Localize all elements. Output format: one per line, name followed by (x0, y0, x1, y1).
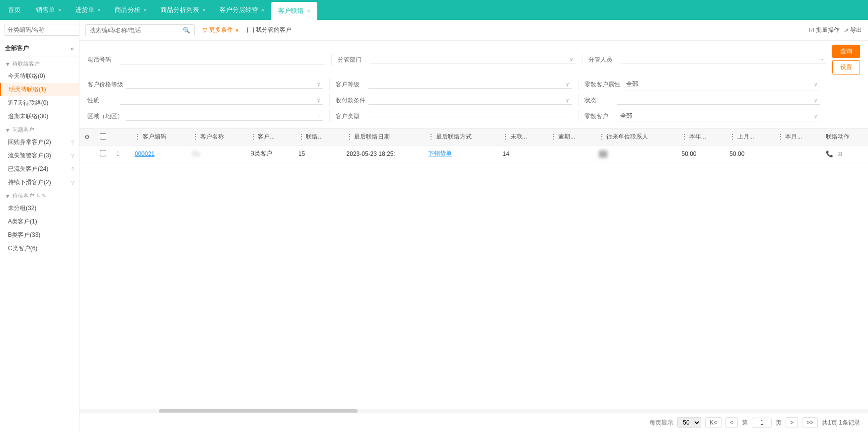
row-last-method-cell[interactable]: 下销货单 (423, 145, 498, 162)
my-customers-checkbox[interactable] (247, 27, 254, 33)
col-last-date[interactable]: ⋮ 最后联络日期 (342, 129, 424, 145)
help-icon-2[interactable]: ? (71, 166, 74, 172)
customer-level-select[interactable]: ∨ (368, 80, 572, 89)
select-all-checkbox[interactable] (100, 133, 106, 140)
close-tab-customer-contact-icon[interactable]: × (307, 8, 310, 14)
horizontal-scrollbar[interactable] (79, 409, 868, 413)
nav-tab-product-list[interactable]: 商品分析列表 × (153, 0, 212, 20)
customer-table-container: ⚙ ⋮ 客户编码 ⋮ 客户名称 ⋮ 客户... (79, 129, 868, 409)
chevron-down-icon-price: ∨ (317, 81, 320, 87)
nav-tab-sales[interactable]: 销售单 × (29, 0, 68, 20)
close-tab-product-list-icon[interactable]: × (202, 7, 205, 13)
sidebar-item-tomorrow-pending[interactable]: 明天待联络(1) (0, 83, 79, 96)
close-tab-customer-mgmt-icon[interactable]: × (261, 7, 264, 13)
help-icon-0[interactable]: ? (71, 140, 74, 145)
col-unit-contact[interactable]: ⋮ 往来单位联系人 (594, 129, 677, 145)
row-no-cell: 1 (111, 145, 130, 162)
sidebar-item-churn-warning[interactable]: 流失预警客户(3) ? (0, 149, 79, 162)
row-code-cell[interactable]: 000021 (130, 145, 187, 162)
page-number-input[interactable] (752, 418, 772, 428)
col-checkbox[interactable] (95, 129, 111, 145)
sidebar-item-churned[interactable]: 已流失客户(24) ? (0, 162, 79, 176)
sidebar-item-today-pending[interactable]: 今天待联络(0) (0, 70, 79, 83)
close-tab-purchase-icon[interactable]: × (97, 7, 100, 13)
customer-type-select[interactable] (368, 115, 572, 118)
nav-tab-customer-mgmt[interactable]: 客户分层经营 × (213, 0, 271, 20)
sidebar-item-class-b[interactable]: B类客户(33) (0, 228, 79, 242)
sidebar-item-repurchase-abnormal[interactable]: 回购异常客户(2) ? (0, 136, 79, 149)
col-not-contacted[interactable]: ⋮ 未联... (498, 129, 546, 145)
col-this-month[interactable]: ⋮ 本月... (773, 129, 821, 145)
sidebar-item-class-c[interactable]: C类客户(6) (0, 242, 79, 255)
filter-row-2: 客户价格等级 ∨ 客户等级 ∨ 零散客户属性 (87, 78, 860, 90)
close-tab-product-analysis-icon[interactable]: × (144, 7, 146, 13)
chevron-down-icon-retail: ∨ (814, 81, 817, 87)
help-icon-1[interactable]: ? (71, 153, 74, 159)
help-icon-3[interactable]: ? (71, 180, 74, 186)
phone-input[interactable] (120, 55, 325, 65)
sidebar-search-input[interactable] (4, 24, 79, 36)
batch-operation-btn[interactable]: ☑ 批量操作 (809, 26, 840, 34)
sidebar-item-overdue[interactable]: 逾期未联络(30) (0, 110, 79, 123)
filter-cell-payment: 收付款条件 ∨ (336, 96, 572, 105)
phone-action-icon[interactable]: 📞 (826, 150, 833, 157)
pagination: 每页显示 50 K< < 第 页 > >> 共1页 1条记录 (79, 413, 868, 432)
filter-search-input[interactable] (90, 27, 183, 34)
next-page-btn[interactable]: > (786, 417, 798, 428)
last-page-btn[interactable]: >> (802, 417, 818, 428)
chevron-down-icon-retail-cust: ∨ (814, 113, 817, 119)
nav-tab-product-analysis[interactable]: 商品分析 × (108, 0, 153, 20)
collapse-icon: « (71, 45, 74, 52)
col-code-sort-icon: ⋮ (135, 133, 141, 140)
prev-page-btn[interactable]: < (725, 417, 738, 428)
page-label: 第 (742, 419, 748, 427)
my-customers-check[interactable]: 我分管的客户 (247, 26, 291, 34)
col-name[interactable]: ⋮ 客户名称 (188, 129, 245, 145)
col-last-month[interactable]: ⋮ 上月... (724, 129, 773, 145)
filter-search-icon[interactable]: 🔍 (183, 27, 190, 34)
region-select[interactable]: ··· (126, 112, 323, 121)
status-select[interactable]: ∨ (617, 96, 820, 105)
col-contact[interactable]: ⋮ 联络... (293, 129, 342, 145)
nav-tab-purchase[interactable]: 进货单 × (68, 0, 107, 20)
price-level-select[interactable]: ∨ (126, 80, 323, 89)
col-overdue[interactable]: ⋮ 逾期... (546, 129, 594, 145)
sidebar-item-declining[interactable]: 持续下滑客户(2) ? (0, 176, 79, 189)
row-this-year-cell: 50.00 (676, 145, 724, 162)
col-code[interactable]: ⋮ 客户编码 (130, 129, 187, 145)
row-checkbox[interactable] (100, 150, 106, 156)
col-settings[interactable]: ⚙ (79, 129, 95, 145)
col-type[interactable]: ⋮ 客户... (245, 129, 293, 145)
setting-button[interactable]: 设置 (832, 60, 860, 74)
row-checkbox-cell[interactable] (95, 145, 111, 162)
row-type-cell: B类客户 (245, 145, 293, 162)
nav-tab-customer-contact[interactable]: 客户联络 × (271, 2, 317, 20)
first-page-btn[interactable]: K< (705, 417, 722, 428)
nav-home[interactable]: 首页 (0, 0, 29, 20)
col-tm-sort-icon: ⋮ (778, 133, 784, 140)
page-size-select[interactable]: 50 (677, 417, 701, 428)
manager-select[interactable]: ··· (621, 55, 826, 64)
gender-select[interactable]: ∨ (120, 96, 323, 105)
retail-attr-select[interactable]: 全部 ∨ (623, 78, 820, 90)
sidebar-all-customers[interactable]: 全部客户 « (0, 40, 79, 57)
query-button[interactable]: 查询 (832, 45, 860, 58)
col-last-method[interactable]: ⋮ 最后联络方式 (423, 129, 498, 145)
export-btn[interactable]: ↗ 导出 (844, 26, 862, 34)
refresh-icon[interactable]: ↻ (36, 193, 41, 199)
sidebar-item-7days-pending[interactable]: 近7天待联络(0) (0, 96, 79, 110)
col-this-year[interactable]: ⋮ 本年... (676, 129, 724, 145)
col-contact-sort-icon: ⋮ (298, 133, 304, 140)
dept-select[interactable]: ∨ (370, 55, 576, 64)
close-tab-sales-icon[interactable]: × (58, 7, 61, 13)
grid-action-icon[interactable]: ⊞ (837, 150, 842, 157)
sidebar-item-ungroup[interactable]: 未分组(32) (0, 202, 79, 215)
retail-customer-select[interactable]: 全部 ∨ (617, 110, 820, 122)
sidebar-item-class-a[interactable]: A类客户(1) (0, 215, 79, 228)
payment-select[interactable]: ∨ (368, 96, 572, 105)
customer-table: ⚙ ⋮ 客户编码 ⋮ 客户名称 ⋮ 客户... (79, 129, 868, 162)
filter-cell-dept: 分管部门 ∨ (338, 55, 576, 64)
chevron-down-icon-dept: ∨ (570, 57, 573, 62)
more-conditions-btn[interactable]: ▽ 更多条件 ∧ (199, 24, 243, 36)
edit-icon[interactable]: ✎ (42, 193, 46, 199)
